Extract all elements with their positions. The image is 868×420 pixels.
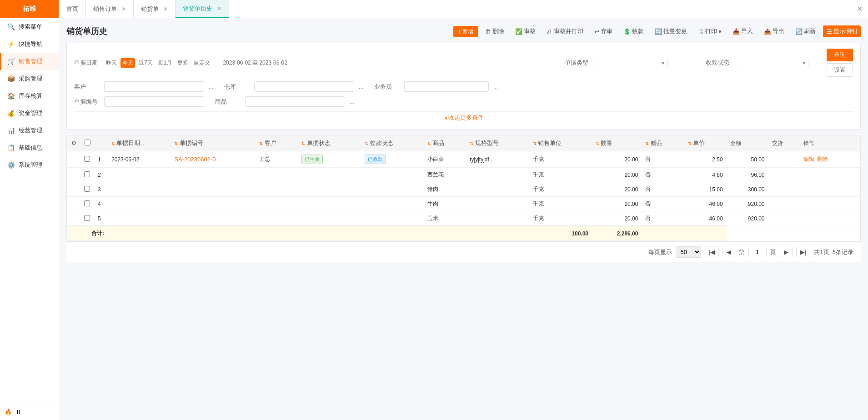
col-spec[interactable]: ⇅ 规格型号: [466, 135, 529, 151]
review-button[interactable]: ✅ 审核: [512, 25, 539, 37]
refresh-button[interactable]: 🔃 刷新: [792, 25, 819, 37]
col-unitprice[interactable]: ⇅ 单价: [684, 135, 727, 151]
table-cell: 4: [94, 197, 108, 211]
collect-button[interactable]: 💲 收款: [620, 25, 647, 37]
salesperson-more-btn[interactable]: ...: [493, 84, 498, 90]
shortcut-1month[interactable]: 近1月: [156, 58, 174, 68]
warehouse-more-btn[interactable]: ...: [359, 84, 363, 90]
doc-no-link[interactable]: SA-20230602-0: [174, 156, 216, 163]
export-button[interactable]: 📤 导出: [760, 25, 788, 37]
collapse-conditions[interactable]: ∧ 收起更多条件: [74, 111, 853, 124]
sidebar-item-ops[interactable]: 📊 经营管理: [0, 122, 59, 139]
doc-no-input[interactable]: [104, 96, 204, 107]
export-icon: 📤: [764, 28, 771, 35]
sidebar-item-sales[interactable]: 🛒 销售管理: [0, 53, 59, 70]
row-checkbox[interactable]: [84, 200, 90, 206]
warehouse-input[interactable]: [254, 81, 354, 92]
table-cell: [800, 182, 860, 197]
page-title-bar: 销货单历史 + 新增 🗑 删除 ✅ 审核 🖨 审核并打印 ↩ 弃审: [66, 25, 861, 37]
table-cell: 300.00: [727, 182, 768, 197]
page-prev-btn[interactable]: ◀: [722, 247, 735, 257]
page-first-btn[interactable]: |◀: [705, 247, 719, 257]
table-cell: [466, 168, 529, 182]
shortcut-7days[interactable]: 近7天: [137, 58, 155, 68]
sidebar-item-quicknav[interactable]: ⚡ 快捷导航: [0, 35, 59, 53]
goods-input[interactable]: [245, 96, 345, 107]
sidebar: 拓维 🔍 搜索菜单 ⚡ 快捷导航 🛒 销售管理 📦 采购管理 🏠 库存核算 💰 …: [0, 0, 59, 420]
col-goods[interactable]: ⇅ 商品: [424, 135, 466, 151]
page-number-input[interactable]: [748, 247, 767, 257]
sidebar-item-system[interactable]: ⚙️ 系统管理: [0, 156, 59, 174]
table-cell: 920.00: [727, 197, 768, 211]
tab-sales-order-close[interactable]: ✕: [121, 6, 126, 12]
tab-bar: 首页 销售订单 ✕ 销货单 ✕ 销货单历史 ✕ ✕: [59, 0, 868, 18]
pagination: 每页显示 50 100 |◀ ◀ 第 页 ▶ ▶| 共1页, 5条记录: [66, 241, 861, 262]
row-checkbox[interactable]: [84, 156, 90, 162]
fire-icon[interactable]: 🔥: [5, 409, 12, 415]
review-print-icon: 🖨: [547, 28, 552, 35]
edit-action-btn[interactable]: 编辑: [803, 156, 814, 162]
col-checkbox[interactable]: [80, 135, 94, 151]
sidebar-item-purchase[interactable]: 📦 采购管理: [0, 70, 59, 87]
sidebar-item-finance[interactable]: 💰 资金管理: [0, 105, 59, 122]
col-customer[interactable]: ⇅ 客户: [256, 135, 298, 151]
new-button[interactable]: + 新增: [453, 26, 478, 37]
table-cell: [361, 197, 424, 211]
payment-status-select[interactable]: [736, 58, 808, 68]
tab-sales-goods[interactable]: 销货单 ✕: [134, 0, 176, 18]
pause-icon[interactable]: ⏸: [15, 409, 21, 415]
col-docstatus[interactable]: ⇅ 单据状态: [298, 135, 361, 151]
tab-sales-history[interactable]: 销货单历史 ✕: [176, 0, 229, 18]
salesperson-label: 业务员: [374, 83, 401, 91]
per-page-select[interactable]: 50 100: [676, 246, 701, 258]
shortcut-more[interactable]: 更多: [176, 58, 190, 68]
import-button[interactable]: 📥 导入: [729, 25, 757, 37]
sidebar-item-inventory[interactable]: 🏠 库存核算: [0, 87, 59, 105]
sidebar-item-basic[interactable]: 📋 基础信息: [0, 139, 59, 156]
table-cell: [768, 151, 800, 168]
tab-sales-history-close[interactable]: ✕: [217, 5, 221, 12]
col-docdate[interactable]: ⇅ 单据日期: [108, 135, 171, 151]
doc-type-select[interactable]: [595, 58, 667, 68]
table-cell: [298, 197, 361, 211]
sidebar-item-search[interactable]: 🔍 搜索菜单: [0, 18, 59, 35]
col-paymentstatus[interactable]: ⇅ 收款状态: [361, 135, 424, 151]
tab-home[interactable]: 首页: [59, 0, 86, 18]
print-button[interactable]: 🖨 打印 ▾: [694, 25, 725, 37]
delete-button[interactable]: 🗑 删除: [482, 25, 508, 37]
delete-action-btn[interactable]: 删除: [817, 156, 828, 162]
customer-filter: 客户 ...: [74, 81, 213, 92]
show-detail-button[interactable]: ☰ 显示明细: [823, 25, 861, 37]
customer-input[interactable]: [104, 81, 204, 92]
sort-customer-icon: ⇅: [259, 141, 263, 146]
customer-more-btn[interactable]: ...: [209, 84, 213, 90]
page-last-btn[interactable]: ▶|: [796, 247, 810, 257]
settings-button[interactable]: 设置: [827, 63, 853, 77]
table-cell: 20.00: [592, 182, 642, 197]
table-cell: [171, 168, 256, 182]
shortcut-custom[interactable]: 自定义: [192, 58, 212, 68]
row-checkbox[interactable]: [84, 215, 90, 221]
col-qty[interactable]: ⇅ 数量: [592, 135, 642, 151]
col-settings[interactable]: ⚙: [67, 135, 80, 151]
select-all-checkbox[interactable]: [85, 140, 90, 145]
salesperson-input[interactable]: [404, 81, 489, 92]
shortcut-today[interactable]: 今天: [120, 58, 135, 68]
close-all-tabs[interactable]: ✕: [857, 5, 868, 13]
row-checkbox[interactable]: [84, 186, 90, 192]
tab-sales-order[interactable]: 销售订单 ✕: [86, 0, 134, 18]
table-cell: 否: [642, 151, 684, 168]
abandon-button[interactable]: ↩ 弃审: [591, 25, 616, 37]
review-print-button[interactable]: 🖨 审核并打印: [543, 25, 587, 37]
tab-sales-goods-close[interactable]: ✕: [163, 6, 168, 12]
batch-change-button[interactable]: 🔄 批量变更: [651, 25, 691, 37]
table-row: 3猪肉千克20.00否15.00300.00: [67, 182, 860, 197]
col-docno[interactable]: ⇅ 单据编号: [171, 135, 256, 151]
row-checkbox[interactable]: [84, 171, 90, 177]
page-next-btn[interactable]: ▶: [780, 247, 793, 257]
col-unit[interactable]: ⇅ 销售单位: [529, 135, 592, 151]
goods-more-btn[interactable]: ...: [350, 99, 354, 105]
query-button[interactable]: 查询: [827, 49, 853, 61]
shortcut-yesterday[interactable]: 昨天: [104, 58, 119, 68]
col-gift[interactable]: ⇅ 赠品: [642, 135, 684, 151]
